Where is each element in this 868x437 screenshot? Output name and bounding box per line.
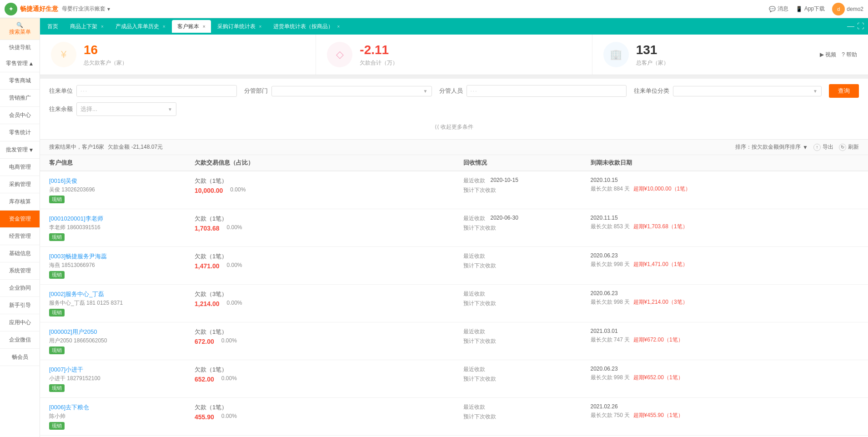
customer-info-cell: [0016]吴俊 吴俊 13026203696 现销 xyxy=(49,177,195,203)
tab-customer-ledger[interactable]: 客户账本 × xyxy=(172,20,211,33)
sidebar-item-ecommerce[interactable]: 电商管理 xyxy=(0,159,40,176)
col-header-debt: 欠款交易信息（占比） xyxy=(195,159,463,167)
sidebar-item-quick-nav[interactable]: 快捷导航 xyxy=(0,40,40,55)
debt-info-cell: 欠款（1笔） 10,000.00 0.00% xyxy=(195,177,463,194)
col-header-customer: 客户信息 xyxy=(49,159,195,167)
tab-production-history[interactable]: 产成品入库单历史 × xyxy=(110,20,171,33)
sort-label: 排序：按欠款金额倒序排序 xyxy=(735,143,801,151)
company-selector[interactable]: 母婴行业演示账套 ▾ xyxy=(62,5,110,13)
overdue-amount-link[interactable]: 超期¥10,000.00（1笔） xyxy=(633,186,691,192)
due-date-cell: 2020.06.23 最长欠款 998 天 超期¥1,471.00（1笔） xyxy=(591,252,859,268)
content-area: 首页 商品上下架 × 产成品入库单历史 × 客户账本 × 采购订单统计表 × 进… xyxy=(40,18,868,437)
debt-percent: 0.00% xyxy=(230,186,246,193)
chevron-down-icon: ▾ xyxy=(107,6,110,12)
window-minimize-icon[interactable]: — xyxy=(847,22,854,30)
sidebar-item-operations[interactable]: 经营管理 xyxy=(0,228,40,245)
debt-amount[interactable]: 1,471.00 xyxy=(195,262,220,270)
customer-name-link[interactable]: [0016]吴俊 xyxy=(49,177,77,184)
customer-tag: 现销 xyxy=(49,271,65,279)
overdue-amount-link[interactable]: 超期¥652.00（1笔） xyxy=(633,374,683,381)
sidebar-item-enterprise[interactable]: 企业协同 xyxy=(0,280,40,297)
sort-select[interactable]: 排序：按欠款金额倒序排序 ▼ xyxy=(735,143,808,151)
sidebar-item-system[interactable]: 系统管理 xyxy=(0,262,40,280)
search-menu-button[interactable]: 🔍 搜索菜单 xyxy=(0,18,40,40)
overdue-amount-link[interactable]: 超期¥455.90（1笔） xyxy=(633,412,683,418)
debt-percent: 0.00% xyxy=(221,337,237,344)
sidebar-item-basic-info[interactable]: 基础信息 xyxy=(0,245,40,262)
debt-amount[interactable]: 1,214.00 xyxy=(195,300,220,307)
overdue-amount-link[interactable]: 超期¥1,214.00（3笔） xyxy=(633,299,688,305)
customer-tag: 现销 xyxy=(49,233,65,241)
chevron-icon: ▼ xyxy=(29,147,34,153)
top-bar-left: ✦ 畅捷通好生意 母婴行业演示账套 ▾ xyxy=(5,3,110,15)
next-payment-label: 预计下次收款 xyxy=(463,186,496,194)
export-button[interactable]: ↑ 导出 xyxy=(813,143,833,151)
overdue-amount-link[interactable]: 超期¥1,703.68（1笔） xyxy=(633,223,688,230)
message-button[interactable]: 💬 消息 xyxy=(769,5,788,13)
tab-purchase-stats[interactable]: 采购订单统计表 × xyxy=(212,20,267,33)
tab-close-icon[interactable]: × xyxy=(101,24,104,29)
refresh-button[interactable]: ↻ 刷新 xyxy=(839,143,859,151)
sidebar-item-retail-stats[interactable]: 零售统计 xyxy=(0,124,40,141)
company-name: 母婴行业演示账套 xyxy=(62,5,105,13)
search-button[interactable]: 查询 xyxy=(829,84,859,98)
total-debt-customers-number: 16 xyxy=(84,43,127,57)
sidebar-item-retail-mall[interactable]: 零售商城 xyxy=(0,72,40,90)
app-download-button[interactable]: 📱 App下载 xyxy=(796,5,825,13)
sidebar-item-marketing[interactable]: 营销推广 xyxy=(0,90,40,107)
video-button[interactable]: ▶ 视频 xyxy=(820,51,836,59)
tab-close-icon[interactable]: × xyxy=(203,24,206,29)
filter-select-manager[interactable]: ··· xyxy=(467,85,627,97)
sidebar-item-guide[interactable]: 新手引导 xyxy=(0,297,40,314)
table-body: [0016]吴俊 吴俊 13026203696 现销 欠款（1笔） 10,000… xyxy=(40,171,868,437)
sidebar-item-wechat[interactable]: 企业微信 xyxy=(0,332,40,349)
debt-amount[interactable]: 455.90 xyxy=(195,413,214,421)
customer-name-link[interactable]: [0007]小进干 xyxy=(49,366,83,373)
sidebar-item-member[interactable]: 畅会员 xyxy=(0,349,40,366)
sidebar-item-finance[interactable]: 资金管理 xyxy=(0,211,40,228)
customer-name-link[interactable]: [0001020001]李老师 xyxy=(49,215,103,222)
customer-name-link[interactable]: [0002]服务中心_丁磊 xyxy=(49,291,104,297)
stats-row: ¥ 16 总欠款客户（家） ◇ -2.11 欠款合计（万） 🏢 xyxy=(40,35,868,75)
collection-row-next: 预计下次收款 xyxy=(463,300,591,307)
sidebar-item-member-center[interactable]: 会员中心 xyxy=(0,107,40,124)
debt-amount[interactable]: 10,000.00 xyxy=(195,187,223,194)
sidebar-item-apps[interactable]: 应用中心 xyxy=(0,314,40,332)
tab-close-icon[interactable]: × xyxy=(337,24,340,29)
page-content: ¥ 16 总欠款客户（家） ◇ -2.11 欠款合计（万） 🏢 xyxy=(40,35,868,437)
tab-home[interactable]: 首页 xyxy=(42,20,64,33)
debt-amount[interactable]: 672.00 xyxy=(195,338,214,345)
debt-amount[interactable]: 1,703.68 xyxy=(195,225,220,232)
sidebar-item-retail-management[interactable]: 零售管理▲ xyxy=(0,55,40,72)
download-icon: 📱 xyxy=(796,6,803,12)
debt-amount[interactable]: 652.00 xyxy=(195,376,214,383)
collection-row-next: 预计下次收款 xyxy=(463,375,591,383)
export-icon: ↑ xyxy=(813,144,821,151)
window-maximize-icon[interactable]: ⛶ xyxy=(857,22,864,30)
customer-tag: 现销 xyxy=(49,196,65,203)
filter-select-dept[interactable]: ▼ xyxy=(271,86,432,96)
tab-close-icon[interactable]: × xyxy=(259,24,262,29)
overdue-amount-link[interactable]: 超期¥672.00（1笔） xyxy=(633,337,683,343)
sidebar-item-inventory[interactable]: 库存核算 xyxy=(0,193,40,211)
chevron-icon: ▲ xyxy=(29,60,34,67)
tab-close-icon[interactable]: × xyxy=(163,24,166,29)
filter-select-unit[interactable]: ··· xyxy=(76,85,237,97)
sidebar-item-wholesale[interactable]: 批发管理▼ xyxy=(0,141,40,159)
customer-name-link[interactable]: [000002]用户2050 xyxy=(49,328,97,335)
collapse-icon: ⟨⟨ xyxy=(435,124,441,130)
overdue-days-label: 最长欠款 747 天 xyxy=(591,337,630,343)
overdue-amount-link[interactable]: 超期¥1,471.00（1笔） xyxy=(633,261,688,267)
tab-inbound-stats[interactable]: 进货单统计表（按商品） × xyxy=(268,20,345,33)
user-avatar-area[interactable]: d demo2 xyxy=(832,3,863,15)
sidebar-item-purchase[interactable]: 采购管理 xyxy=(0,176,40,193)
tab-product-listing[interactable]: 商品上下架 × xyxy=(65,20,109,33)
filter-select-category[interactable]: ▼ xyxy=(673,86,822,96)
customer-name-link[interactable]: [0006]去下粮仓 xyxy=(49,404,89,411)
last-payment-label: 最近收款 xyxy=(463,366,485,373)
stat-info-debt: -2.11 欠款合计（万） xyxy=(360,43,398,67)
collapse-filters-button[interactable]: ⟨⟨ 收起更多条件 xyxy=(49,121,859,134)
filter-select-balance[interactable]: 选择... ▼ xyxy=(76,102,176,116)
customer-name-link[interactable]: [0003]畅捷服务尹海蕊 xyxy=(49,253,107,260)
help-button[interactable]: ? 帮助 xyxy=(842,51,857,59)
